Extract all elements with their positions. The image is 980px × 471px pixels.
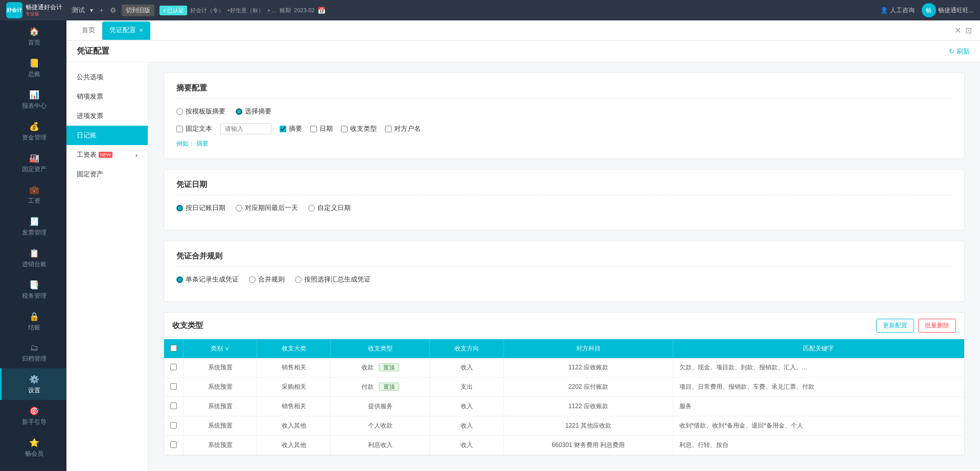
- summary-radio-select[interactable]: 选择摘要: [236, 107, 271, 116]
- date-checkbox-input[interactable]: [310, 126, 317, 132]
- fixed-text-checkbox[interactable]: 固定文本: [176, 124, 212, 133]
- sidebar-item-tax[interactable]: 📑 税务管理: [0, 274, 66, 305]
- sidebar-item-closing[interactable]: 🔒 结账: [0, 305, 66, 337]
- fixed-text-input[interactable]: [176, 126, 183, 132]
- refresh-btn[interactable]: ↻ 刷新: [949, 47, 970, 56]
- tab-home[interactable]: 首页: [75, 21, 102, 40]
- date-radio-period-last-input[interactable]: [236, 205, 242, 211]
- consult-icon: 👤: [880, 7, 888, 14]
- summary-checkbox[interactable]: 摘要: [280, 124, 302, 133]
- left-nav-purchase-inv[interactable]: 进项发票: [66, 106, 148, 126]
- sidebar-item-settings[interactable]: ⚙️ 设置: [0, 368, 66, 400]
- sidebar: 🏠 首页 📒 总账 📊 报表中心 💰 资金管理 🏭 固定资产 💼 工资 🧾 发票…: [0, 20, 66, 471]
- table-col-keywords: 匹配关键字: [673, 339, 964, 358]
- top-tag[interactable]: 置顶: [379, 383, 399, 391]
- summary-radio-select-input[interactable]: [236, 108, 242, 115]
- page-header: 凭证配置 ↻ 刷新: [66, 41, 980, 62]
- sidebar-item-asset[interactable]: 🏭 固定资产: [0, 147, 66, 179]
- table-row: 系统预置 销售相关 提供服务 收入 1122 应收账款 服务: [164, 397, 964, 416]
- batch-delete-btn[interactable]: 批量删除: [918, 319, 956, 333]
- config-content: 摘要配置 按模板版摘要 选择摘要: [148, 62, 980, 471]
- sidebar-item-invoice[interactable]: 🧾 发票管理: [0, 210, 66, 242]
- topbar-settings-btn[interactable]: ⚙: [110, 6, 117, 14]
- calendar-icon[interactable]: 📅: [317, 7, 326, 14]
- row-keywords: 项目、日常费用、报销款、车费、承兑汇票、付款: [673, 378, 964, 397]
- switch-old-version-btn[interactable]: 切到旧版: [122, 5, 154, 16]
- merge-radio-merge-input[interactable]: [249, 276, 256, 283]
- date-radio-journal[interactable]: 按日记账日期: [176, 203, 225, 213]
- merge-radio-single[interactable]: 单条记录生成凭证: [176, 275, 239, 284]
- table-select-all[interactable]: [170, 345, 177, 351]
- user-area[interactable]: 畅 畅捷通旺旺...: [922, 3, 974, 17]
- fund-icon: 💰: [29, 122, 39, 131]
- closing-icon: 🔒: [29, 312, 39, 321]
- sidebar-item-home[interactable]: 🏠 首页: [0, 20, 66, 52]
- date-radio-custom[interactable]: 自定义日期: [308, 203, 351, 213]
- table-col-sub-type: 收支类型: [331, 339, 430, 358]
- row-keywords: 收到*借款、收到*备用金、退回*备用金、个人: [673, 416, 964, 436]
- fixed-text-field[interactable]: [220, 123, 271, 134]
- row-checkbox[interactable]: [170, 441, 177, 448]
- row-direction: 收入: [430, 397, 504, 416]
- left-nav-journal[interactable]: 日记账: [66, 126, 148, 145]
- consult-btn[interactable]: 👤 人工咨询: [880, 6, 915, 15]
- tab-voucher-config[interactable]: 凭证配置 ×: [102, 21, 150, 40]
- sidebar-item-report[interactable]: 📊 报表中心: [0, 84, 66, 115]
- row-keywords: 欠款、现金、项目款、到款、报销款、汇入、...: [673, 358, 964, 378]
- sidebar-item-archive[interactable]: 🗂 归档管理: [0, 337, 66, 368]
- merge-radio-single-input[interactable]: [176, 276, 183, 283]
- counterpart-checkbox[interactable]: 对方户名: [385, 124, 421, 133]
- row-category: 系统预置: [184, 397, 257, 416]
- logo-text: 畅捷通好会计 专业版: [26, 4, 62, 16]
- merge-radio-total[interactable]: 按照选择汇总生成凭证: [295, 275, 371, 284]
- row-checkbox[interactable]: [170, 383, 177, 390]
- table-row: 系统预置 收入其他 利息收入 收入 660301 财务费用 利息费用 利息、行转…: [164, 436, 964, 455]
- date-checkbox[interactable]: 日期: [310, 124, 333, 133]
- row-checkbox[interactable]: [170, 422, 177, 429]
- summary-radio-template[interactable]: 按模板版摘要: [176, 107, 225, 116]
- example-text: 例如： 摘要: [176, 139, 952, 148]
- sidebar-item-member[interactable]: ⭐ 畅会员: [0, 432, 66, 463]
- date-radio-journal-input[interactable]: [176, 205, 183, 211]
- topbar-dropdown-btn[interactable]: ▾: [90, 7, 93, 14]
- left-nav-fixed-asset[interactable]: 固定资产: [66, 164, 148, 184]
- left-nav-public[interactable]: 公共选项: [66, 67, 148, 87]
- update-config-btn[interactable]: 更新配置: [876, 319, 914, 333]
- topbar-right: 👤 人工咨询 畅 畅捷通旺旺...: [880, 3, 974, 17]
- type-checkbox-input[interactable]: [341, 126, 348, 132]
- topbar-add-btn[interactable]: ＋: [98, 6, 105, 15]
- topbar-tags: ✓已认证 好会计（专） +好生意（标） + ... 账期 2023-02 📅: [159, 6, 326, 15]
- type-checkbox[interactable]: 收支类型: [341, 124, 377, 133]
- row-checkbox[interactable]: [170, 403, 177, 409]
- merge-radio-total-input[interactable]: [295, 276, 302, 283]
- top-tag[interactable]: 置顶: [379, 363, 399, 371]
- close-window-btn[interactable]: ✕: [954, 26, 961, 35]
- summary-radio-template-input[interactable]: [176, 108, 183, 115]
- row-main-type: 收入其他: [257, 436, 331, 455]
- sidebar-item-guide[interactable]: 🎯 新手引导: [0, 400, 66, 432]
- content-area: 首页 凭证配置 × ✕ ⊡ 凭证配置 ↻ 刷新 公共选项: [66, 20, 980, 471]
- table-col-direction: 收支方向: [430, 339, 504, 358]
- merge-radio-merge[interactable]: 合并规则: [249, 275, 285, 284]
- maximize-btn[interactable]: ⊡: [965, 26, 972, 35]
- row-category: 系统预置: [184, 358, 257, 378]
- sidebar-item-salary[interactable]: 💼 工资: [0, 179, 66, 210]
- date-radio-custom-input[interactable]: [308, 205, 315, 211]
- chevron-down-icon: ›: [135, 151, 138, 159]
- refresh-icon: ↻: [949, 48, 954, 55]
- archive-icon: 🗂: [30, 343, 38, 352]
- sidebar-item-ledger[interactable]: 📒 总账: [0, 52, 66, 84]
- report-icon: 📊: [29, 90, 39, 100]
- sidebar-item-fund[interactable]: 💰 资金管理: [0, 115, 66, 147]
- merge-radio-group: 单条记录生成凭证 合并规则 按照选择汇总生成凭证: [176, 275, 952, 284]
- summary-checkbox-input[interactable]: [280, 126, 286, 132]
- left-nav-sales[interactable]: 销项发票: [66, 87, 148, 106]
- row-sub-type: 提供服务: [331, 397, 430, 416]
- left-nav-payroll[interactable]: 工资表 NEW ›: [66, 145, 148, 164]
- sidebar-item-purchase[interactable]: 📋 进销台账: [0, 242, 66, 274]
- date-radio-period-last[interactable]: 对应期间最后一天: [236, 203, 298, 213]
- counterpart-checkbox-input[interactable]: [385, 126, 392, 132]
- summary-radio-group: 按模板版摘要 选择摘要: [176, 107, 952, 116]
- tab-close-btn[interactable]: ×: [139, 26, 143, 34]
- row-checkbox[interactable]: [170, 364, 177, 370]
